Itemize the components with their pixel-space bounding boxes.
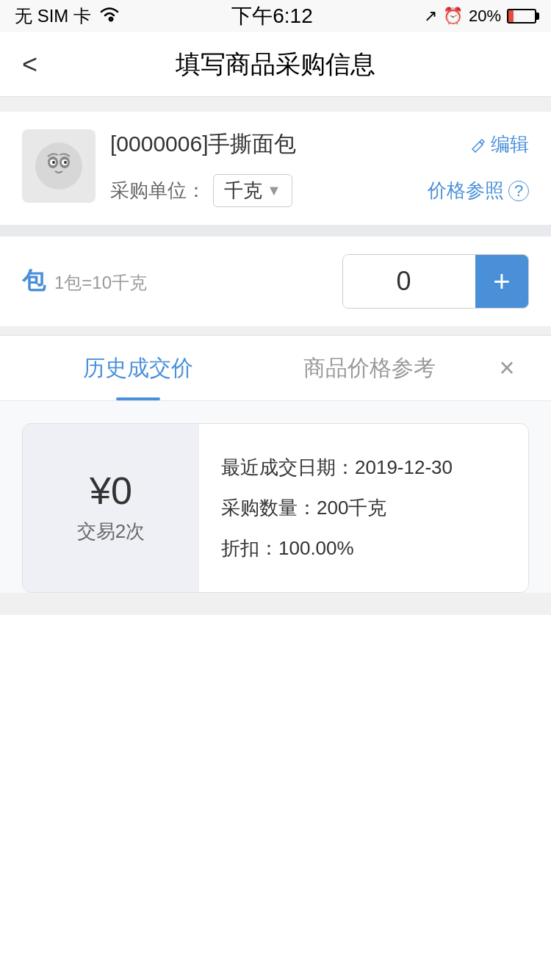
product-name: [0000006]手撕面包	[110, 129, 296, 159]
page-title: 填写商品采购信息	[176, 48, 375, 82]
status-time: 下午6:12	[231, 2, 313, 30]
quantity-control: +	[342, 254, 529, 309]
alarm-icon: ⏰	[443, 7, 463, 26]
purchase-qty-value: 200千克	[317, 497, 386, 519]
status-bar: 无 SIM 卡 下午6:12 ↗ ⏰ 20%	[0, 0, 551, 32]
location-icon: ↗	[424, 7, 437, 26]
carrier-text: 无 SIM 卡	[15, 4, 91, 28]
svg-point-0	[35, 143, 82, 190]
status-right: ↗ ⏰ 20%	[424, 7, 536, 26]
section-divider	[0, 225, 551, 237]
close-panel-button[interactable]: ×	[485, 336, 529, 400]
battery-percent: 20%	[469, 7, 501, 26]
tab-active-indicator	[116, 397, 160, 400]
quantity-conversion: 1包=10千克	[54, 271, 147, 295]
unit-value: 千克	[224, 178, 262, 203]
price-value: 0	[111, 469, 132, 512]
tabs: 历史成交价 商品价格参考 ×	[0, 336, 551, 401]
battery-icon	[507, 9, 536, 24]
price-card-left: ¥0 交易2次	[23, 424, 199, 592]
discount-row: 折扣：100.00%	[221, 534, 506, 563]
nav-bar: < 填写商品采购信息	[0, 32, 551, 97]
unit-label: 采购单位：	[110, 178, 206, 203]
discount-label: 折扣：	[221, 537, 278, 559]
discount-value: 100.00%	[278, 537, 354, 559]
tab-product-price-ref[interactable]: 商品价格参考	[253, 336, 485, 400]
quantity-unit: 包	[22, 265, 46, 298]
dropdown-arrow-icon: ▼	[267, 182, 281, 199]
recent-date-row: 最近成交日期：2019-12-30	[221, 453, 506, 482]
currency-symbol: ¥	[90, 469, 111, 512]
recent-date-label: 最近成交日期：	[221, 456, 355, 478]
quantity-plus-button[interactable]: +	[475, 255, 528, 308]
recent-date-value: 2019-12-30	[355, 456, 453, 478]
unit-select[interactable]: 千克 ▼	[213, 174, 292, 207]
edit-button[interactable]: 编辑	[470, 131, 529, 157]
quantity-input[interactable]	[343, 255, 475, 308]
back-button[interactable]: <	[22, 42, 45, 87]
purchase-qty-row: 采购数量：200千克	[221, 494, 506, 522]
quantity-row: 包 1包=10千克 +	[0, 237, 551, 326]
svg-point-5	[52, 161, 55, 164]
price-card-right: 最近成交日期：2019-12-30 采购数量：200千克 折扣：100.00%	[199, 424, 528, 592]
price-reference-btn[interactable]: 价格参照 ?	[428, 178, 529, 203]
product-image	[22, 129, 96, 203]
price-display: ¥0	[90, 472, 132, 510]
bottom-panel: 历史成交价 商品价格参考 × ¥0 交易2次 最近成交日期：2019-12-30…	[0, 335, 551, 593]
quantity-label: 包 1包=10千克	[22, 265, 147, 298]
status-left: 无 SIM 卡	[15, 4, 120, 28]
product-info: [0000006]手撕面包 编辑 采购单位： 千克 ▼ 价格参照 ?	[110, 129, 529, 207]
wifi-icon	[98, 6, 120, 26]
purchase-qty-label: 采购数量：	[221, 497, 317, 519]
product-card: [0000006]手撕面包 编辑 采购单位： 千克 ▼ 价格参照 ?	[0, 112, 551, 225]
unit-row: 采购单位： 千克 ▼	[110, 174, 292, 207]
svg-point-6	[64, 161, 67, 164]
tab-history-price[interactable]: 历史成交价	[22, 336, 253, 400]
help-icon: ?	[508, 181, 529, 201]
transaction-count: 交易2次	[77, 519, 145, 544]
price-card: ¥0 交易2次 最近成交日期：2019-12-30 采购数量：200千克 折扣：…	[22, 423, 529, 593]
main-content-area	[0, 615, 551, 980]
